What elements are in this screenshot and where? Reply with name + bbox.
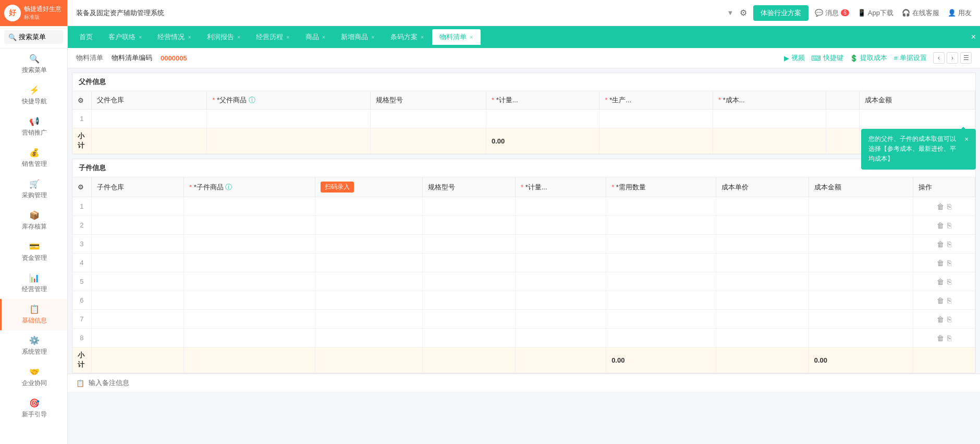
dropdown-arrow[interactable]: ▼: [727, 9, 733, 17]
child-row-1-unit-cost[interactable]: [716, 197, 809, 216]
app-icon: 📱: [858, 9, 866, 17]
prev-page[interactable]: ‹: [933, 52, 945, 64]
user-button[interactable]: 👤 用友: [948, 8, 972, 18]
tab-goods[interactable]: 商品 ×: [298, 29, 333, 45]
search-input[interactable]: 🔍 搜索菜单: [4, 30, 63, 44]
delete-row-8-icon[interactable]: 🗑: [937, 334, 944, 342]
delete-row-6-icon[interactable]: 🗑: [937, 296, 944, 305]
gear-button[interactable]: ⚙: [740, 8, 747, 18]
parent-row-1-spec[interactable]: [371, 110, 486, 128]
copy-row-2-icon[interactable]: ⎘: [947, 221, 951, 230]
copy-row-5-icon[interactable]: ⎘: [947, 278, 951, 286]
page-navigation: ‹ › ☰: [933, 52, 972, 64]
copy-row-6-icon[interactable]: ⎘: [947, 296, 951, 305]
sidebar-item-finance[interactable]: 💳 资金管理: [0, 236, 67, 268]
tab-operations-label: 经营情况: [157, 32, 185, 42]
tab-customers-close[interactable]: ×: [139, 34, 142, 40]
close-all-tabs[interactable]: ×: [971, 32, 976, 42]
child-row-3-actions: 🗑 ⎘: [918, 240, 970, 248]
tooltip-close-button[interactable]: ×: [964, 134, 969, 145]
tab-bom-close[interactable]: ×: [470, 34, 473, 40]
app-download-button[interactable]: 📱 App下载: [858, 8, 893, 18]
settings-icon: ≡: [893, 54, 898, 62]
tab-new-goods-close[interactable]: ×: [371, 34, 374, 40]
try-button[interactable]: 体验行业方案: [753, 5, 808, 21]
tab-history-label: 经营历程: [256, 32, 283, 42]
guide-icon: 🎯: [29, 398, 40, 408]
sidebar-item-operations[interactable]: 📊 经营管理: [0, 268, 67, 299]
delete-row-7-icon[interactable]: 🗑: [937, 315, 944, 323]
sidebar-item-marketing[interactable]: 📢 营销推广: [0, 111, 67, 142]
tab-history-close[interactable]: ×: [286, 34, 289, 40]
tab-home[interactable]: 首页: [72, 29, 100, 45]
copy-row-3-icon[interactable]: ⎘: [947, 240, 951, 248]
child-subtotal-amount: 0.00: [808, 347, 913, 373]
tooltip-text: 您的父件、子件的成本取值可以选择【参考成本、最新进价、平均成本】: [868, 135, 956, 162]
tab-goods-close[interactable]: ×: [322, 34, 325, 40]
extract-cost-button[interactable]: 💲 提取成本: [850, 53, 887, 63]
child-row-6-actions: 🗑 ⎘: [918, 296, 970, 305]
copy-row-8-icon[interactable]: ⎘: [947, 334, 951, 342]
sidebar-item-guide[interactable]: 🎯 新手引导: [0, 393, 67, 424]
child-row-1-unit[interactable]: [515, 197, 606, 216]
child-row-1-spec[interactable]: [423, 197, 516, 216]
user-label: 用友: [958, 8, 972, 18]
child-row-1-num: 1: [72, 197, 91, 216]
parent-row-1-warehouse[interactable]: [91, 110, 207, 128]
child-row-1-product[interactable]: [184, 197, 315, 216]
sidebar-item-search[interactable]: 🔍 搜索菜单: [0, 49, 67, 80]
sidebar-item-system[interactable]: ⚙️ 系统管理: [0, 330, 67, 362]
tab-profit-close[interactable]: ×: [237, 34, 240, 40]
shortcut-label: 快捷键: [823, 53, 843, 63]
delete-row-5-icon[interactable]: 🗑: [937, 278, 944, 286]
sidebar-item-inventory[interactable]: 📦 库存核算: [0, 205, 67, 236]
tab-bom[interactable]: 物料清单 ×: [432, 29, 480, 45]
delete-row-2-icon[interactable]: 🗑: [937, 221, 944, 230]
delete-row-4-icon[interactable]: 🗑: [937, 259, 944, 267]
tab-barcode[interactable]: 条码方案 ×: [383, 29, 431, 45]
child-row-8: 8 🗑 ⎘: [72, 329, 975, 347]
tab-operations-close[interactable]: ×: [188, 34, 191, 40]
parent-row-1-unit[interactable]: [486, 110, 599, 128]
tab-barcode-close[interactable]: ×: [421, 34, 424, 40]
delete-row-1-icon[interactable]: 🗑: [937, 202, 944, 211]
online-service-button[interactable]: 🎧 在线客服: [902, 8, 939, 18]
online-service-label: 在线客服: [912, 8, 939, 18]
tab-profit[interactable]: 利润报告 ×: [200, 29, 248, 45]
child-row-1-qty[interactable]: [606, 197, 716, 216]
sidebar-item-collab[interactable]: 🤝 企业协同: [0, 362, 67, 393]
sidebar-item-basic-info[interactable]: 📋 基础信息: [0, 299, 67, 330]
sidebar-item-sales[interactable]: 💰 销售管理: [0, 142, 67, 174]
scan-button[interactable]: 扫码录入: [321, 182, 354, 193]
message-button[interactable]: 💬 消息 6: [815, 8, 849, 18]
tab-history[interactable]: 经营历程 ×: [249, 29, 297, 45]
sidebar-item-purchase[interactable]: 🛒 采购管理: [0, 174, 67, 205]
settings-label: 单据设置: [900, 53, 927, 63]
next-page[interactable]: ›: [947, 52, 958, 64]
tab-home-label: 首页: [79, 32, 93, 42]
inventory-icon: 📦: [29, 210, 40, 220]
tab-new-goods[interactable]: 新增商品 ×: [334, 29, 382, 45]
delete-row-3-icon[interactable]: 🗑: [937, 240, 944, 248]
tab-customers[interactable]: 客户联络 ×: [101, 29, 149, 45]
parent-row-1-product[interactable]: [207, 110, 371, 128]
sidebar-item-quick-nav[interactable]: ⚡ 快捷导航: [0, 80, 67, 111]
child-row-1-warehouse[interactable]: [91, 197, 184, 216]
child-row-4-num: 4: [72, 254, 91, 272]
copy-row-4-icon[interactable]: ⎘: [947, 259, 951, 267]
topbar: 装备及固定资产辅助管理系统 ▼ ⚙ 体验行业方案 💬 消息 6 📱 App下载 …: [68, 0, 980, 26]
single-settings-button[interactable]: ≡ 单据设置: [893, 53, 927, 63]
breadcrumb-bom[interactable]: 物料清单: [76, 53, 103, 63]
parent-row-1-production[interactable]: [599, 110, 713, 128]
main-area: 装备及固定资产辅助管理系统 ▼ ⚙ 体验行业方案 💬 消息 6 📱 App下载 …: [68, 0, 980, 444]
shortcut-button[interactable]: ⌨ 快捷键: [811, 53, 843, 63]
list-view[interactable]: ☰: [960, 52, 972, 64]
view-button[interactable]: ▶ 视频: [784, 53, 805, 63]
breadcrumb-bar: 物料清单 物料清单编码 0000005 ▶ 视频 ⌨ 快捷键 💲 提取成本 ≡: [68, 48, 980, 68]
child-section: 子件信息 ⚙ 子件仓库 * *子件商品 ⓘ 扫码录入 规格: [72, 159, 976, 374]
copy-row-7-icon[interactable]: ⎘: [947, 315, 951, 323]
copy-row-1-icon[interactable]: ⎘: [947, 202, 951, 211]
app-download-label: App下载: [868, 8, 893, 18]
parent-row-1-cost[interactable]: [713, 110, 826, 128]
tab-operations[interactable]: 经营情况 ×: [150, 29, 198, 45]
